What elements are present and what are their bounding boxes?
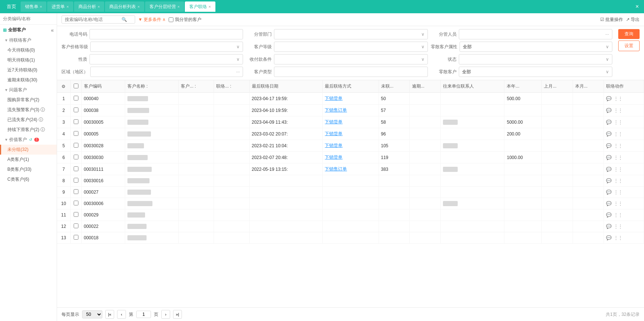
cell-check[interactable]	[70, 209, 81, 221]
refresh-icon[interactable]: ↺	[29, 138, 32, 142]
sidebar-item-c-class[interactable]: C类客户(6)	[0, 174, 57, 184]
first-page-btn[interactable]: |«	[105, 310, 114, 319]
cell-check[interactable]	[70, 175, 81, 187]
menu-icon[interactable]: ⋮⋮	[614, 96, 623, 101]
cell-last-type[interactable]	[323, 209, 379, 221]
chat-icon[interactable]: 💬	[606, 224, 612, 229]
cell-last-type[interactable]: 下销货单	[323, 140, 379, 152]
nav-tab-analysis[interactable]: 商品分析 ×	[74, 1, 104, 12]
cell-check[interactable]	[70, 116, 81, 128]
batch-op-btn[interactable]: ☑ 批量操作	[600, 17, 623, 23]
chat-icon[interactable]: 💬	[606, 167, 612, 172]
sidebar-item-churned[interactable]: 已流失客户(24) ⓘ	[0, 115, 57, 125]
row-checkbox[interactable]	[74, 119, 78, 124]
last-type-link[interactable]: 下销货单	[325, 143, 342, 148]
cell-last-type[interactable]: 下销货单	[323, 128, 379, 140]
chat-icon[interactable]: 💬	[606, 131, 612, 137]
price-level-select[interactable]: ∨	[90, 42, 243, 52]
menu-icon[interactable]: ⋮⋮	[614, 212, 623, 218]
reset-button[interactable]: 设置	[618, 40, 640, 51]
cell-last-type[interactable]: 下销货单	[323, 116, 379, 128]
last-type-link[interactable]: 下销货单	[325, 131, 342, 136]
cell-last-type[interactable]: 下销货单	[323, 152, 379, 163]
sidebar-item-b-class[interactable]: B类客户(33)	[0, 165, 57, 174]
last-type-link[interactable]: 下销售订单	[325, 107, 347, 113]
menu-icon[interactable]: ⋮⋮	[614, 178, 623, 183]
nav-tab-customer-contact[interactable]: 客户联络 ×	[185, 1, 215, 12]
row-checkbox[interactable]	[74, 223, 78, 228]
cell-last-type[interactable]: 下销售订单	[323, 163, 379, 175]
sidebar-item-tomorrow[interactable]: 明天待联络(1)	[0, 55, 57, 65]
menu-icon[interactable]: ⋮⋮	[614, 120, 623, 125]
row-checkbox[interactable]	[74, 107, 78, 112]
menu-icon[interactable]: ⋮⋮	[614, 201, 623, 206]
col-settings[interactable]: ⚙	[57, 80, 70, 93]
query-button[interactable]: 查询	[618, 29, 640, 39]
page-input[interactable]	[136, 311, 151, 318]
chat-icon[interactable]: 💬	[606, 108, 612, 113]
menu-icon[interactable]: ⋮⋮	[614, 167, 623, 172]
row-checkbox[interactable]	[74, 143, 78, 148]
sidebar-item-churn-warning[interactable]: 流失预警客户(3) ⓘ	[0, 105, 57, 115]
cell-check[interactable]	[70, 93, 81, 105]
close-all-icon[interactable]: ×	[633, 3, 641, 10]
chat-icon[interactable]: 💬	[606, 190, 612, 195]
sidebar-group-pending[interactable]: ▼ 待联络客户	[0, 35, 57, 45]
nav-tab-customer-layer[interactable]: 客户分层经营 ×	[145, 1, 184, 12]
select-all-checkbox[interactable]	[74, 84, 78, 88]
close-analysis-icon[interactable]: ×	[98, 4, 100, 9]
collapse-icon[interactable]: «	[51, 27, 54, 33]
chat-icon[interactable]: 💬	[606, 120, 612, 125]
sidebar-item-abnormal[interactable]: 囤购异常客户(2)	[0, 95, 57, 105]
main-search-input[interactable]	[65, 17, 120, 22]
chat-icon[interactable]: 💬	[606, 96, 612, 101]
chat-icon[interactable]: 💬	[606, 201, 612, 206]
customer-type-select[interactable]	[274, 67, 427, 77]
cell-check[interactable]	[70, 163, 81, 175]
chat-icon[interactable]: 💬	[606, 155, 612, 160]
row-checkbox[interactable]	[74, 96, 78, 100]
all-customers-header[interactable]: ⊞ 全部客户 «	[0, 25, 57, 35]
menu-icon[interactable]: ⋮⋮	[614, 108, 623, 113]
row-checkbox[interactable]	[74, 131, 78, 136]
cell-last-type[interactable]: 下销售订单	[323, 105, 379, 116]
row-checkbox[interactable]	[74, 189, 78, 194]
cell-last-type[interactable]	[323, 187, 379, 198]
close-customer-contact-icon[interactable]: ×	[208, 4, 211, 9]
menu-icon[interactable]: ⋮⋮	[614, 224, 623, 229]
nav-tab-purchase[interactable]: 进货单 ×	[47, 1, 73, 12]
menu-icon[interactable]: ⋮⋮	[614, 143, 623, 148]
sidebar-item-ungroup[interactable]: 未分组(32)	[0, 145, 57, 155]
chat-icon[interactable]: 💬	[606, 235, 612, 240]
sidebar-group-problem[interactable]: ▼ 问题客户	[0, 85, 57, 95]
cell-check[interactable]	[70, 198, 81, 209]
menu-icon[interactable]: ⋮⋮	[614, 155, 623, 160]
sidebar-search-input[interactable]	[3, 16, 57, 21]
cell-check[interactable]	[70, 140, 81, 152]
search-icon[interactable]: 🔍	[122, 17, 127, 22]
sidebar-group-value[interactable]: ▼ 价值客户 ↺ !	[0, 135, 57, 145]
row-checkbox[interactable]	[74, 155, 78, 159]
customer-level-select[interactable]: ∨	[274, 42, 427, 52]
cell-last-type[interactable]	[323, 198, 379, 209]
per-page-select[interactable]: 50 20 100	[82, 310, 102, 318]
export-btn[interactable]: ↗ 导出	[626, 17, 640, 23]
row-checkbox[interactable]	[74, 235, 78, 240]
retail-attr-select[interactable]: 全部 ∨	[460, 42, 612, 52]
close-analysis-list-icon[interactable]: ×	[137, 4, 140, 9]
menu-icon[interactable]: ⋮⋮	[614, 235, 623, 240]
person-select[interactable]: ···	[459, 29, 612, 39]
last-type-link[interactable]: 下销货单	[325, 119, 342, 124]
row-checkbox[interactable]	[74, 212, 78, 217]
col-check[interactable]	[70, 80, 81, 93]
close-sales-icon[interactable]: ×	[40, 4, 42, 9]
nav-home[interactable]: 首页	[3, 3, 20, 10]
nature-select[interactable]: ∨	[89, 54, 243, 64]
next-page-btn[interactable]: ›	[161, 310, 170, 319]
cell-check[interactable]	[70, 128, 81, 140]
row-checkbox[interactable]	[74, 201, 78, 205]
sidebar-item-a-class[interactable]: A类客户(1)	[0, 155, 57, 165]
row-checkbox[interactable]	[74, 178, 78, 183]
sidebar-item-overdue[interactable]: 逾期未联络(30)	[0, 75, 57, 85]
phone-input[interactable]	[89, 29, 243, 39]
